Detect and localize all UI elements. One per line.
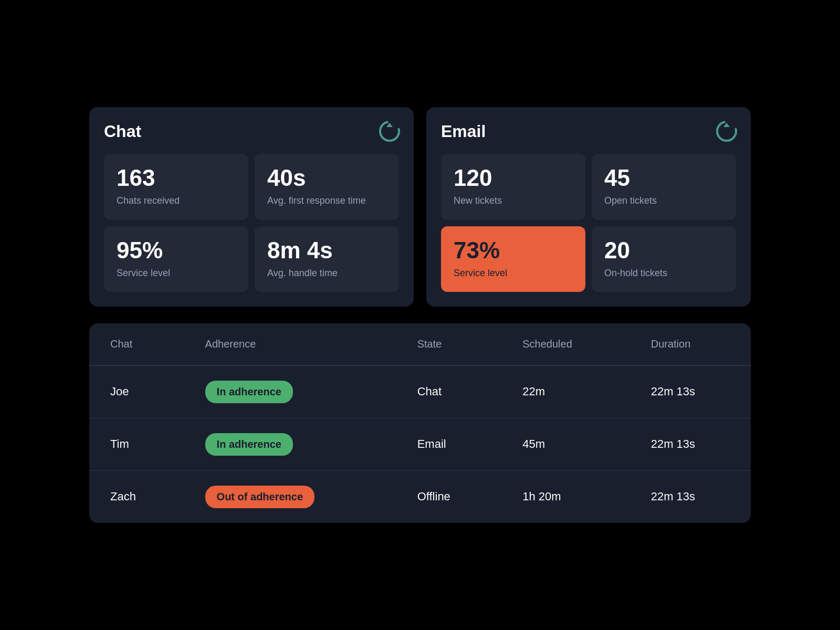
chat-service-level-value: 95%: [117, 239, 236, 262]
row-zach-name: Zach: [89, 470, 184, 523]
email-metric-service-level: 73% Service level: [441, 226, 585, 292]
row-zach-state: Offline: [396, 470, 502, 523]
table-row: Tim In adherence Email 45m 22m 13s: [89, 418, 751, 470]
chats-received-value: 163: [117, 166, 236, 190]
email-panel-title: Email: [441, 122, 736, 141]
svg-marker-1: [386, 123, 393, 127]
avg-first-response-value: 40s: [267, 166, 386, 190]
open-tickets-value: 45: [604, 166, 723, 190]
onhold-tickets-value: 20: [604, 239, 723, 262]
row-joe-scheduled: 22m: [501, 365, 629, 418]
main-container: Chat 163 Chats received 40s Avg. first r…: [89, 107, 751, 523]
open-tickets-label: Open tickets: [604, 195, 723, 207]
col-header-duration: Duration: [630, 323, 751, 365]
chat-panel-title: Chat: [104, 122, 399, 141]
col-header-adherence: Adherence: [184, 323, 396, 365]
row-tim-duration: 22m 13s: [630, 418, 751, 470]
col-header-state: State: [396, 323, 502, 365]
email-panel: Email 120 New tickets 45 Open tickets 73…: [426, 107, 751, 307]
row-tim-scheduled: 45m: [501, 418, 629, 470]
col-header-chat: Chat: [89, 323, 184, 365]
chat-metric-avg-handle-time: 8m 4s Avg. handle time: [255, 226, 399, 292]
avg-first-response-label: Avg. first response time: [267, 195, 386, 207]
email-service-level-value: 73%: [454, 239, 573, 262]
joe-adherence-badge: In adherence: [205, 381, 293, 403]
avg-handle-time-value: 8m 4s: [267, 239, 386, 262]
new-tickets-value: 120: [454, 166, 573, 190]
chats-received-label: Chats received: [117, 195, 236, 207]
new-tickets-label: New tickets: [454, 195, 573, 207]
top-panels: Chat 163 Chats received 40s Avg. first r…: [89, 107, 751, 307]
col-header-scheduled: Scheduled: [501, 323, 629, 365]
row-joe-state: Chat: [396, 365, 502, 418]
email-metric-onhold-tickets: 20 On-hold tickets: [592, 226, 736, 292]
tim-adherence-badge: In adherence: [205, 433, 293, 456]
row-tim-adherence: In adherence: [184, 418, 396, 470]
row-zach-scheduled: 1h 20m: [501, 470, 629, 523]
chat-reload-icon[interactable]: [378, 120, 401, 143]
table-row: Joe In adherence Chat 22m 22m 13s: [89, 365, 751, 418]
row-joe-duration: 22m 13s: [630, 365, 751, 418]
row-zach-duration: 22m 13s: [630, 470, 751, 523]
row-joe-name: Joe: [89, 365, 184, 418]
chat-metrics-grid: 163 Chats received 40s Avg. first respon…: [104, 154, 399, 292]
chat-metric-avg-first-response: 40s Avg. first response time: [255, 154, 399, 219]
email-service-level-label: Service level: [454, 267, 573, 279]
chat-service-level-label: Service level: [117, 267, 236, 279]
table-header-row: Chat Adherence State Scheduled Duration: [89, 323, 751, 365]
chat-panel: Chat 163 Chats received 40s Avg. first r…: [89, 107, 414, 307]
row-joe-adherence: In adherence: [184, 365, 396, 418]
adherence-table-container: Chat Adherence State Scheduled Duration …: [89, 323, 751, 523]
table-row: Zach Out of adherence Offline 1h 20m 22m…: [89, 470, 751, 523]
adherence-table: Chat Adherence State Scheduled Duration …: [89, 323, 751, 523]
chat-metric-chats-received: 163 Chats received: [104, 154, 248, 219]
zach-adherence-badge: Out of adherence: [205, 486, 314, 508]
email-reload-icon[interactable]: [715, 120, 738, 143]
avg-handle-time-label: Avg. handle time: [267, 267, 386, 279]
svg-marker-3: [723, 123, 730, 127]
email-metric-new-tickets: 120 New tickets: [441, 154, 585, 219]
row-zach-adherence: Out of adherence: [184, 470, 396, 523]
row-tim-state: Email: [396, 418, 502, 470]
onhold-tickets-label: On-hold tickets: [604, 267, 723, 279]
row-tim-name: Tim: [89, 418, 184, 470]
email-metric-open-tickets: 45 Open tickets: [592, 154, 736, 219]
email-metrics-grid: 120 New tickets 45 Open tickets 73% Serv…: [441, 154, 736, 292]
chat-metric-service-level: 95% Service level: [104, 226, 248, 292]
